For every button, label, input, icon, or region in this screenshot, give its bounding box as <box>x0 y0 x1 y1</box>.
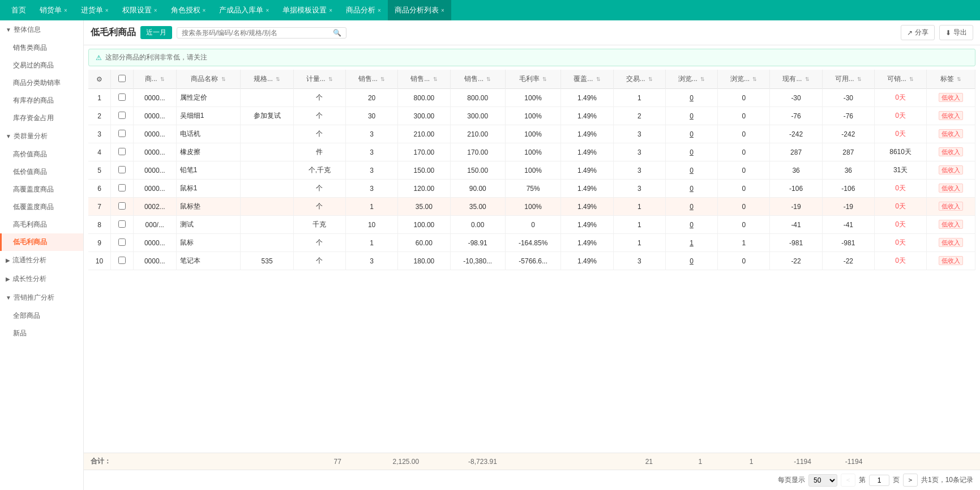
nav-close-进货单[interactable]: × <box>105 7 109 14</box>
row-select-checkbox[interactable] <box>118 257 126 264</box>
sidebar-item-高毛利商品[interactable]: 高毛利商品 <box>0 216 83 233</box>
row-checkbox[interactable] <box>111 143 134 161</box>
row-browse1[interactable]: 0 <box>665 216 717 234</box>
col-spec[interactable]: 规格... ⇅ <box>241 70 293 89</box>
col-unit[interactable]: 计量... ⇅ <box>293 70 345 89</box>
col-browse2[interactable]: 浏览... ⇅ <box>718 70 770 89</box>
browse1-link[interactable]: 0 <box>690 167 694 174</box>
sidebar-item-新品[interactable]: 新品 <box>0 325 83 342</box>
sidebar-item-低价值商品[interactable]: 低价值商品 <box>0 163 83 181</box>
nav-item-首页[interactable]: 首页 <box>5 0 33 20</box>
nav-close-单据模板设置[interactable]: × <box>329 7 332 14</box>
nav-item-角色授权[interactable]: 角色授权× <box>164 0 213 20</box>
sidebar-group-类群量分析[interactable]: ▼类群量分析 <box>0 127 83 146</box>
col-sales-price[interactable]: 销售... ⇅ <box>398 70 450 89</box>
sidebar-item-交易过的商品[interactable]: 交易过的商品 <box>0 57 83 74</box>
sidebar-group-成长性分析[interactable]: ▶成长性分析 <box>0 270 83 288</box>
browse1-link[interactable]: 0 <box>690 221 694 229</box>
col-cover-rate[interactable]: 覆盖... ⇅ <box>561 70 613 89</box>
nav-item-销货单[interactable]: 销货单× <box>33 0 74 20</box>
row-browse1[interactable]: 0 <box>665 143 717 161</box>
nav-item-进货单[interactable]: 进货单× <box>74 0 115 20</box>
nav-item-权限设置[interactable]: 权限设置× <box>115 0 164 20</box>
page-number-input[interactable] <box>869 475 889 486</box>
col-current[interactable]: 现有... ⇅ <box>770 70 822 89</box>
browse1-link[interactable]: 1 <box>690 239 694 247</box>
sidebar-item-全部商品[interactable]: 全部商品 <box>0 307 83 325</box>
row-browse1[interactable]: 0 <box>665 252 717 270</box>
nav-close-产成品入库单[interactable]: × <box>266 7 269 14</box>
nav-close-权限设置[interactable]: × <box>154 7 157 14</box>
browse1-link[interactable]: 0 <box>690 130 694 138</box>
row-browse1[interactable]: 0 <box>665 125 717 143</box>
sidebar-item-高覆盖度商品[interactable]: 高覆盖度商品 <box>0 181 83 198</box>
sidebar-item-库存资金占用[interactable]: 库存资金占用 <box>0 109 83 127</box>
next-page-button[interactable]: ＞ <box>903 474 918 487</box>
row-browse1[interactable]: 0 <box>665 89 717 107</box>
col-sales-qty[interactable]: 销售... ⇅ <box>345 70 397 89</box>
row-select-checkbox[interactable] <box>118 202 126 210</box>
col-available[interactable]: 可用... ⇅ <box>822 70 874 89</box>
col-code[interactable]: 商... ⇅ <box>133 70 176 89</box>
nav-close-商品分析列表[interactable]: × <box>441 7 444 14</box>
nav-close-商品分析[interactable]: × <box>378 7 381 14</box>
col-tag[interactable]: 标签 ⇅ <box>927 70 975 89</box>
sidebar-item-商品分类助销率[interactable]: 商品分类助销率 <box>0 74 83 92</box>
sidebar-group-流通性分析[interactable]: ▶流通性分析 <box>0 251 83 270</box>
row-browse1[interactable]: 0 <box>665 161 717 180</box>
col-name[interactable]: 商品名称 ⇅ <box>176 70 241 89</box>
search-input[interactable] <box>182 29 333 37</box>
col-sellable[interactable]: 可销... ⇅ <box>874 70 926 89</box>
row-checkbox[interactable] <box>111 216 134 234</box>
row-select-checkbox[interactable] <box>118 166 126 173</box>
nav-close-销货单[interactable]: × <box>64 7 67 14</box>
row-select-checkbox[interactable] <box>118 148 126 155</box>
row-browse1[interactable]: 1 <box>665 234 717 252</box>
row-select-checkbox[interactable] <box>118 220 126 228</box>
col-sales-amount[interactable]: 销售... ⇅ <box>450 70 505 89</box>
sidebar-item-高价值商品[interactable]: 高价值商品 <box>0 146 83 163</box>
nav-item-商品分析[interactable]: 商品分析× <box>339 0 388 20</box>
browse1-link[interactable]: 0 <box>690 112 694 120</box>
col-settings[interactable]: ⚙ <box>88 70 111 89</box>
sidebar-item-低覆盖度商品[interactable]: 低覆盖度商品 <box>0 198 83 216</box>
browse1-link[interactable]: 0 <box>690 148 694 156</box>
row-browse1[interactable]: 0 <box>665 198 717 216</box>
row-checkbox[interactable] <box>111 180 134 198</box>
row-select-checkbox[interactable] <box>118 112 126 119</box>
row-select-checkbox[interactable] <box>118 184 126 191</box>
browse1-link[interactable]: 0 <box>690 185 694 193</box>
browse1-link[interactable]: 0 <box>690 257 694 265</box>
sidebar-item-低毛利商品[interactable]: 低毛利商品 <box>0 233 83 251</box>
nav-close-角色授权[interactable]: × <box>203 7 206 14</box>
row-checkbox[interactable] <box>111 125 134 143</box>
browse1-link[interactable]: 0 <box>690 203 694 211</box>
col-gross-rate[interactable]: 毛利率 ⇅ <box>505 70 560 89</box>
select-all-checkbox[interactable] <box>118 75 126 82</box>
share-button[interactable]: ↗ 分享 <box>901 25 935 40</box>
sidebar-item-销售类商品[interactable]: 销售类商品 <box>0 39 83 57</box>
sidebar-group-营销推广分析[interactable]: ▼营销推广分析 <box>0 288 83 307</box>
row-checkbox[interactable] <box>111 161 134 180</box>
nav-item-单据模板设置[interactable]: 单据模板设置× <box>276 0 339 20</box>
sidebar-item-有库存的商品[interactable]: 有库存的商品 <box>0 92 83 109</box>
row-checkbox[interactable] <box>111 198 134 216</box>
prev-page-button[interactable]: ＜ <box>841 474 855 487</box>
row-checkbox[interactable] <box>111 107 134 125</box>
page-size-select[interactable]: 50 10 20 100 <box>808 474 837 487</box>
export-button[interactable]: ⬇ 导出 <box>939 25 973 40</box>
row-checkbox[interactable] <box>111 89 134 107</box>
row-checkbox[interactable] <box>111 234 134 252</box>
browse1-link[interactable]: 0 <box>690 94 694 102</box>
nav-item-商品分析列表[interactable]: 商品分析列表× <box>388 0 451 20</box>
search-icon[interactable]: 🔍 <box>333 29 341 37</box>
row-select-checkbox[interactable] <box>118 93 126 101</box>
row-browse1[interactable]: 0 <box>665 107 717 125</box>
sidebar-group-整体信息[interactable]: ▼整体信息 <box>0 20 83 39</box>
nav-item-产成品入库单[interactable]: 产成品入库单× <box>212 0 276 20</box>
tab-recent-month[interactable]: 近一月 <box>140 26 172 39</box>
col-browse1[interactable]: 浏览... ⇅ <box>665 70 717 89</box>
row-select-checkbox[interactable] <box>118 130 126 137</box>
table-container[interactable]: ⚙ 商... ⇅ 商品名称 ⇅ 规格... ⇅ 计量... ⇅ 销售... ⇅ … <box>84 70 980 453</box>
row-select-checkbox[interactable] <box>118 238 126 246</box>
